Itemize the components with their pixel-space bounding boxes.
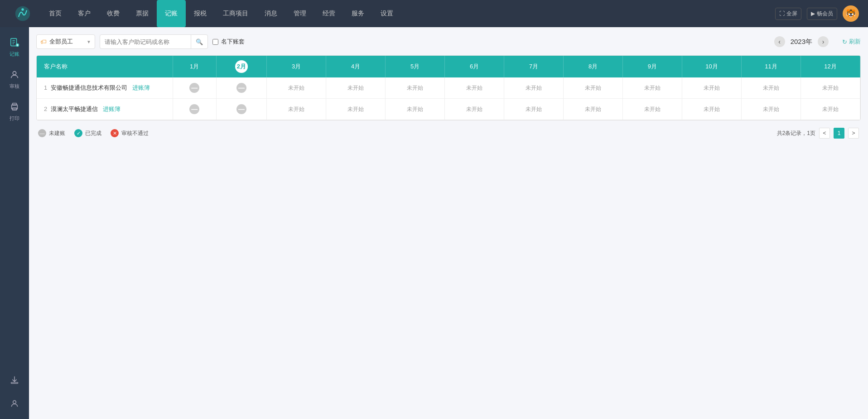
- vip-label: 畅会员: [817, 10, 833, 18]
- not-started: 未开始: [704, 85, 720, 91]
- sidebar-item-user[interactable]: [2, 393, 27, 414]
- user-avatar[interactable]: 🐯: [843, 5, 859, 22]
- table-scroll[interactable]: 客户名称 1月 2月 3月 4月 5月 6月 7月: [37, 56, 860, 120]
- not-started: 未开始: [585, 85, 601, 91]
- client-name-1: 安徽畅捷通信息技术有限公司: [51, 84, 127, 91]
- review-icon: [8, 68, 21, 81]
- nav-client[interactable]: 客户: [70, 0, 99, 27]
- total-text: 共2条记录，1页: [777, 130, 815, 137]
- not-started: 未开始: [466, 106, 482, 112]
- not-started: 未开始: [526, 106, 542, 112]
- fullscreen-button[interactable]: ⛶ 全屏: [775, 8, 801, 20]
- table-row: 2 漠澜太平畅捷通信 进账簿 — — 未开始 未开始 未开始 未开始 未开始 未…: [37, 99, 860, 120]
- nav-service[interactable]: 服务: [343, 0, 372, 27]
- main-content: 🏷 全部员工 ▼ 🔍 名下账套 ‹ 2023年 › ↻ 刷新: [29, 27, 868, 419]
- client-cell-1: 1 安徽畅捷通信息技术有限公司 进账簿: [37, 77, 173, 99]
- client-link-2[interactable]: 进账簿: [103, 106, 121, 112]
- nav-settings[interactable]: 设置: [372, 0, 401, 27]
- col-feb-badge: 2月: [235, 60, 248, 73]
- not-started: 未开始: [466, 85, 482, 91]
- fullscreen-label: 全屏: [786, 10, 797, 18]
- not-started: 未开始: [347, 106, 364, 112]
- sidebar-item-review[interactable]: 审核: [2, 64, 27, 94]
- r1-m11: 未开始: [741, 77, 800, 99]
- vip-icon: ▶: [811, 10, 815, 17]
- not-started: 未开始: [763, 106, 779, 112]
- r1-m8: 未开始: [564, 77, 623, 99]
- r2-m1: —: [173, 99, 216, 120]
- r2-m11: 未开始: [741, 99, 800, 120]
- r1-m4: 未开始: [326, 77, 386, 99]
- table: 客户名称 1月 2月 3月 4月 5月 6月 7月: [37, 56, 860, 120]
- r2-m7: 未开始: [504, 99, 564, 120]
- next-year-button[interactable]: ›: [818, 36, 829, 47]
- nav-business[interactable]: 工商项目: [215, 0, 256, 27]
- legend-unbuilt: — 未建账: [38, 129, 65, 137]
- sidebar-item-print[interactable]: 打印: [2, 96, 27, 126]
- page-1-button[interactable]: 1: [834, 128, 844, 139]
- col-mar: 3月: [267, 56, 326, 77]
- my-accounts-label: 名下账套: [221, 38, 245, 46]
- client-name-2: 漠澜太平畅捷通信: [51, 106, 98, 112]
- client-num-2: 2: [44, 106, 47, 112]
- search-button[interactable]: 🔍: [191, 35, 207, 48]
- r1-m9: 未开始: [622, 77, 682, 99]
- unbuilt-icon: —: [38, 129, 46, 137]
- rejected-label: 审核不通过: [121, 130, 149, 137]
- client-link-1[interactable]: 进账簿: [132, 84, 150, 91]
- next-page-button[interactable]: >: [848, 128, 859, 139]
- nav-fee[interactable]: 收费: [99, 0, 128, 27]
- vip-button[interactable]: ▶ 畅会员: [807, 8, 837, 20]
- sidebar-item-download[interactable]: [2, 369, 27, 391]
- table-row: 1 安徽畅捷通信息技术有限公司 进账簿 — — 未开始 未开始 未开始 未开始 …: [37, 77, 860, 99]
- complete-label: 已完成: [85, 130, 101, 137]
- my-accounts-checkbox[interactable]: [212, 39, 218, 45]
- nav-bill[interactable]: 票据: [128, 0, 157, 27]
- refresh-label: 刷新: [849, 38, 861, 46]
- not-started: 未开始: [704, 106, 720, 112]
- nav-home[interactable]: 首页: [41, 0, 70, 27]
- pagination: 共2条记录，1页 < 1 >: [777, 128, 859, 139]
- download-icon: [8, 374, 21, 386]
- nav-tax[interactable]: 报税: [186, 0, 215, 27]
- sidebar-item-accounting[interactable]: 记账: [2, 32, 27, 62]
- nav-right: ⛶ 全屏 ▶ 畅会员 🐯: [775, 5, 859, 22]
- col-may: 5月: [386, 56, 445, 77]
- svg-point-1: [21, 8, 24, 10]
- nav-message[interactable]: 消息: [256, 0, 285, 27]
- toolbar: 🏷 全部员工 ▼ 🔍 名下账套 ‹ 2023年 › ↻ 刷新: [36, 34, 861, 49]
- not-started: 未开始: [288, 106, 304, 112]
- col-jan: 1月: [173, 56, 216, 77]
- sidebar-item-review-label: 审核: [10, 83, 19, 90]
- not-started: 未开始: [644, 106, 661, 112]
- prev-year-button[interactable]: ‹: [774, 36, 785, 47]
- top-navigation: 首页 客户 收费 票据 记账 报税 工商项目 消息 管理 经营 服务 设置 ⛶ …: [0, 0, 868, 27]
- fullscreen-icon: ⛶: [779, 10, 785, 17]
- my-accounts-checkbox-label[interactable]: 名下账套: [212, 38, 245, 46]
- search-input[interactable]: [100, 39, 191, 45]
- r2-m8: 未开始: [564, 99, 623, 120]
- r1-m12: 未开始: [800, 77, 860, 99]
- r1-m10: 未开始: [682, 77, 741, 99]
- nav-manage[interactable]: 管理: [285, 0, 314, 27]
- year-nav: ‹ 2023年 ›: [774, 36, 829, 47]
- col-aug: 8月: [564, 56, 623, 77]
- svg-rect-13: [11, 382, 18, 384]
- nav-accounting[interactable]: 记账: [157, 0, 186, 27]
- legend-complete: ✓ 已完成: [74, 129, 101, 137]
- legend-rejected: ✕ 审核不通过: [111, 129, 149, 137]
- refresh-button[interactable]: ↻ 刷新: [842, 38, 861, 46]
- col-nov: 11月: [741, 56, 800, 77]
- status-dash: —: [189, 104, 199, 114]
- svg-point-14: [13, 400, 16, 404]
- col-feb: 2月: [216, 56, 266, 77]
- r2-m3: 未开始: [267, 99, 326, 120]
- print-icon: [8, 101, 21, 113]
- employee-select[interactable]: 🏷 全部员工 ▼: [36, 34, 95, 49]
- prev-page-button[interactable]: <: [819, 128, 830, 139]
- col-sep: 9月: [622, 56, 682, 77]
- year-display: 2023年: [791, 38, 812, 46]
- sidebar-item-accounting-label: 记账: [10, 51, 19, 58]
- nav-operation[interactable]: 经营: [314, 0, 343, 27]
- r1-m5: 未开始: [386, 77, 445, 99]
